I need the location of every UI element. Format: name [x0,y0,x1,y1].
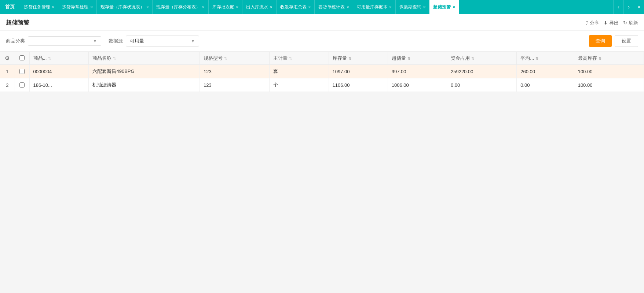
nav-tab-9[interactable]: 保质期查询 × [396,0,429,14]
sort-icon-product-code[interactable]: ⇅ [48,56,51,60]
cell-product-name-1: 机油滤清器 [89,78,200,92]
th-stock: 库存量 ⇅ [329,52,388,65]
refresh-label: 刷新 [629,20,638,26]
th-product-name-label: 商品名称 [92,55,111,62]
data-source-filter: 数据源 可用量 ▼ [109,36,199,47]
cell-over-stock-1: 1006.00 [388,78,447,92]
main-table: ⚙ 商品... ⇅ 商品名称 ⇅ [0,52,644,92]
nav-tab-close-5[interactable]: × [270,5,272,9]
table-row[interactable]: 2 186-10... 机油滤清器 123 个 1106.00 1006.00 … [0,78,644,92]
nav-tab-label-2: 现存量（库存状况表） [100,4,144,10]
table-row[interactable]: 1 0000004 六配套新昌490BPG 123 套 1097.00 997.… [0,65,644,78]
row-checkbox-0[interactable] [19,69,25,74]
nav-tab-close-10[interactable]: × [453,5,455,9]
export-label: 导出 [609,20,619,26]
nav-tab-label-6: 收发存汇总表 [280,4,307,10]
cell-index-1: 2 [0,78,15,92]
page-title: 超储预警 [6,19,29,27]
th-product-code-label: 商品... [33,55,47,62]
row-checkbox-1[interactable] [19,82,25,88]
cell-stock-0: 1097.00 [329,65,388,78]
cell-product-name-0: 六配套新昌490BPG [89,65,200,78]
share-button[interactable]: ⤴ 分享 [586,20,599,26]
chevron-down-icon-2: ▼ [191,38,195,44]
table-container: ⚙ 商品... ⇅ 商品名称 ⇅ [0,52,644,92]
nav-tab-close-6[interactable]: × [308,5,311,9]
nav-tab-10[interactable]: 超储预警 × [429,0,459,14]
refresh-icon: ↻ [623,20,627,26]
nav-tab-label-1: 拣货异常处理 [62,4,88,10]
th-capital-label: 资金占用 [451,55,470,62]
th-max-stock: 最高库存 ⇅ [574,52,644,65]
cell-unit-0: 套 [270,65,329,78]
th-avg-label: 平均... [520,55,534,62]
sort-icon-product-name[interactable]: ⇅ [113,56,116,60]
nav-tab-5[interactable]: 出入库流水 × [242,0,276,14]
nav-next-button[interactable]: › [623,0,634,14]
nav-tab-6[interactable]: 收发存汇总表 × [277,0,315,14]
sort-icon-over-stock[interactable]: ⇅ [407,56,410,60]
header-actions: ⤴ 分享 ⬇ 导出 ↻ 刷新 [586,20,638,26]
nav-close-all-button[interactable]: × [634,0,644,14]
nav-tab-1[interactable]: 拣货异常处理 × [58,0,96,14]
data-source-select[interactable]: 可用量 ▼ [126,36,199,47]
th-checkbox [15,52,29,65]
nav-tab-7[interactable]: 要货单统计表 × [315,0,353,14]
th-gear: ⚙ [0,52,15,65]
nav-tab-close-9[interactable]: × [423,5,425,9]
sort-icon-capital[interactable]: ⇅ [471,56,474,60]
nav-tab-close-3[interactable]: × [202,5,204,9]
nav-tab-label-4: 库存批次账 [212,4,234,10]
nav-tab-label-3: 现存量（库存分布表） [156,4,200,10]
nav-tab-label-0: 拣货任务管理 [24,4,50,10]
sort-icon-spec[interactable]: ⇅ [224,56,227,60]
export-button[interactable]: ⬇ 导出 [604,20,619,26]
th-product-code: 商品... ⇅ [29,52,89,65]
cell-checkbox-0 [15,65,29,78]
nav-tab-close-7[interactable]: × [347,5,349,9]
share-icon: ⤴ [586,20,588,26]
cell-spec-0: 123 [200,65,270,78]
nav-tab-0[interactable]: 拣货任务管理 × [20,0,58,14]
table-body: 1 0000004 六配套新昌490BPG 123 套 1097.00 997.… [0,65,644,92]
filter-area: 商品分类 ▼ 数据源 可用量 ▼ 查询 设置 [0,31,644,52]
query-button[interactable]: 查询 [589,35,612,47]
select-all-checkbox[interactable] [19,55,25,60]
page-content: 超储预警 ⤴ 分享 ⬇ 导出 ↻ 刷新 商品分类 ▼ 数据源 [0,14,644,92]
nav-prev-button[interactable]: ‹ [613,0,623,14]
nav-tab-3[interactable]: 现存量（库存分布表） × [153,0,208,14]
nav-tab-close-0[interactable]: × [52,5,54,9]
cell-max-stock-1: 100.00 [574,78,644,92]
export-icon: ⬇ [604,20,608,26]
cell-product-code-0: 0000004 [29,65,89,78]
cell-max-stock-0: 100.00 [574,65,644,78]
gear-icon[interactable]: ⚙ [5,55,10,61]
page-header: 超储预警 ⤴ 分享 ⬇ 导出 ↻ 刷新 [0,14,644,31]
th-spec-label: 规格型号 [204,55,223,62]
nav-tab-label-10: 超储预警 [433,4,451,10]
nav-tab-close-1[interactable]: × [90,5,92,9]
refresh-button[interactable]: ↻ 刷新 [623,20,638,26]
nav-tab-4[interactable]: 库存批次账 × [209,0,242,14]
cell-unit-1: 个 [270,78,329,92]
product-category-select[interactable]: ▼ [28,36,101,46]
th-stock-label: 库存量 [333,55,347,62]
th-unit-label: 主计量 [273,55,288,62]
sort-icon-unit[interactable]: ⇅ [289,56,292,60]
chevron-down-icon: ▼ [93,38,97,44]
cell-capital-1: 0.00 [447,78,516,92]
product-category-filter: 商品分类 ▼ [6,36,101,46]
nav-tab-2[interactable]: 现存量（库存状况表） × [97,0,153,14]
sort-icon-avg[interactable]: ⇅ [535,56,538,60]
nav-tab-close-4[interactable]: × [236,5,238,9]
cell-avg-1: 0.00 [517,78,574,92]
settings-button[interactable]: 设置 [615,35,638,47]
cell-stock-1: 1106.00 [329,78,388,92]
sort-icon-stock[interactable]: ⇅ [348,56,351,60]
nav-tab-label-7: 要货单统计表 [318,4,345,10]
nav-tab-close-2[interactable]: × [146,5,149,9]
nav-tab-close-8[interactable]: × [389,5,392,9]
sort-icon-max-stock[interactable]: ⇅ [599,56,601,60]
nav-tab-8[interactable]: 可用量库存账本 × [353,0,396,14]
nav-home[interactable]: 首页 [0,0,20,14]
